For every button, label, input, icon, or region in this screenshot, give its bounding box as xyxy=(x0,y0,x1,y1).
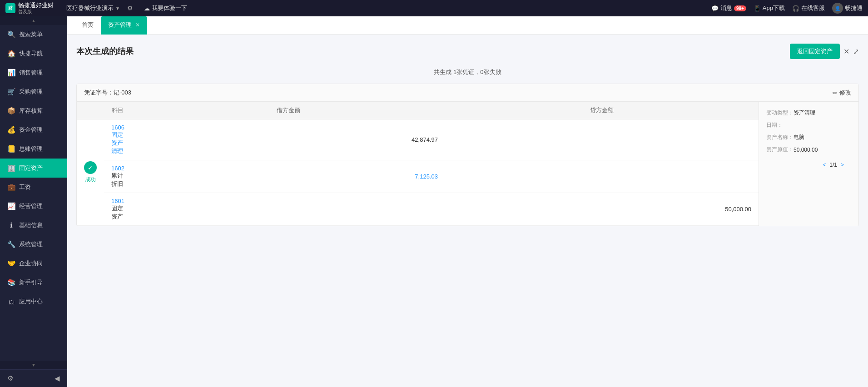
subject-code[interactable]: 1602 xyxy=(111,165,124,172)
voucher-body: 科目 借方金额 贷方金额 ✓ 成 xyxy=(77,102,858,226)
date-label: 日期： xyxy=(766,121,794,129)
page-info: 1/1 xyxy=(829,162,837,168)
user-menu[interactable]: 👤 畅捷通 xyxy=(832,3,863,14)
page-title: 本次生成的结果 xyxy=(76,46,134,57)
finance-icon: 💰 xyxy=(7,126,15,134)
avatar: 👤 xyxy=(832,3,843,14)
table-row: 1602 累计折旧 7,125.03 xyxy=(77,160,759,193)
header-left: 财 畅捷通好业财 普及版 医疗器械行业演示 ▼ ⚙ ☁ 我要体验一下 xyxy=(5,2,187,15)
tab-home[interactable]: 首页 xyxy=(74,16,101,35)
dropdown-arrow-icon: ▼ xyxy=(115,6,120,11)
summary-text: 共生成 1张凭证，0张失败 xyxy=(76,68,859,76)
sidebar-item-fixed-assets[interactable]: 🏢 固定资产 xyxy=(0,159,67,178)
main-layout: ▲ 🔍 搜索菜单 🏠 快捷导航 📊 销售管理 🛒 采购管理 📦 库存核算 xyxy=(0,16,868,387)
sales-icon: 📊 xyxy=(7,69,15,77)
credit-cell xyxy=(445,119,759,160)
voucher-side-info: 变动类型： 资产清理 日期： 资产名称： 电脑 资产原值： xyxy=(759,102,858,226)
table-col-credit: 贷方金额 xyxy=(445,102,759,119)
voucher-header: 凭证字号：记-003 ✏ 修改 xyxy=(77,84,858,102)
panel-controls: ✕ ⤢ xyxy=(843,47,859,56)
sidebar-item-finance[interactable]: 💰 资金管理 xyxy=(0,120,67,139)
sidebar-item-enterprise[interactable]: 🤝 企业协同 xyxy=(0,254,67,273)
edit-icon: ✏ xyxy=(833,89,838,96)
table-col-status xyxy=(77,102,104,119)
sidebar-item-apps[interactable]: 🗂 应用中心 xyxy=(0,292,67,311)
sidebar-item-label: 快捷导航 xyxy=(19,50,43,58)
company-name: 医疗器械行业演示 xyxy=(66,4,114,12)
enterprise-icon: 🤝 xyxy=(7,259,15,268)
credit-cell xyxy=(445,160,759,193)
purchase-icon: 🛒 xyxy=(7,88,15,96)
sidebar-footer: ⚙ ◀ xyxy=(0,369,67,387)
app-download-button[interactable]: 📱 App下载 xyxy=(754,4,785,12)
next-page-button[interactable]: > xyxy=(841,162,844,168)
content-area: 首页 资产管理 ✕ 本次生成的结果 返回固定资产 ✕ ⤢ xyxy=(67,16,868,387)
sidebar: ▲ 🔍 搜索菜单 🏠 快捷导航 📊 销售管理 🛒 采购管理 📦 库存核算 xyxy=(0,16,67,387)
brand-version: 普及版 xyxy=(18,9,54,15)
user-name: 畅捷通 xyxy=(845,4,863,12)
asset-value-row: 资产原值： 50,000.00 xyxy=(766,146,851,154)
sidebar-item-purchase[interactable]: 🛒 采购管理 xyxy=(0,82,67,101)
tab-close-icon[interactable]: ✕ xyxy=(135,22,140,28)
asset-name-row: 资产名称： 电脑 xyxy=(766,134,851,141)
apps-icon: 🗂 xyxy=(7,298,15,306)
sidebar-item-payroll[interactable]: 💼 工资 xyxy=(0,178,67,197)
sidebar-item-label: 工资 xyxy=(19,183,31,191)
operations-icon: 📈 xyxy=(7,202,15,210)
change-type-value: 资产清理 xyxy=(794,109,815,117)
brand-name: 畅捷通好业财 xyxy=(18,2,54,9)
brand-logo: 财 畅捷通好业财 普及版 xyxy=(5,2,54,15)
phone-icon: 📱 xyxy=(754,5,761,12)
table-row: ✓ 成功 1606 固定资产清理 42,874.97 xyxy=(77,119,759,160)
sidebar-item-label: 企业协同 xyxy=(19,259,43,268)
expand-panel-icon[interactable]: ⤢ xyxy=(853,47,859,56)
sidebar-item-label: 资金管理 xyxy=(19,126,43,134)
sidebar-item-label: 基础信息 xyxy=(19,221,43,229)
table-col-subject: 科目 xyxy=(104,102,132,119)
footer-collapse-icon[interactable]: ◀ xyxy=(55,374,60,382)
scroll-up-icon[interactable]: ▲ xyxy=(31,18,36,23)
tab-bar: 首页 资产管理 ✕ xyxy=(67,16,868,35)
company-selector[interactable]: 医疗器械行业演示 ▼ xyxy=(66,4,120,12)
table-col-debit: 借方金额 xyxy=(132,102,445,119)
subject-code[interactable]: 1606 xyxy=(111,124,124,131)
sidebar-item-quick-nav[interactable]: 🏠 快捷导航 xyxy=(0,44,67,63)
messages-button[interactable]: 💬 消息 99+ xyxy=(711,4,746,12)
sidebar-item-system[interactable]: 🔧 系统管理 xyxy=(0,235,67,254)
settings-icon[interactable]: ⚙ xyxy=(127,5,133,12)
experience-button[interactable]: ☁ 我要体验一下 xyxy=(144,4,187,12)
sidebar-item-search[interactable]: 🔍 搜索菜单 xyxy=(0,25,67,44)
sidebar-item-guide[interactable]: 📚 新手引导 xyxy=(0,273,67,292)
date-row: 日期： xyxy=(766,121,851,129)
asset-name-value: 电脑 xyxy=(794,134,804,141)
sidebar-item-label: 总账管理 xyxy=(19,145,43,153)
edit-button[interactable]: ✏ 修改 xyxy=(833,89,851,97)
sidebar-item-label: 经营管理 xyxy=(19,202,43,210)
sidebar-item-ledger[interactable]: 📒 总账管理 xyxy=(0,139,67,159)
footer-settings-icon[interactable]: ⚙ xyxy=(7,374,13,382)
prev-page-button[interactable]: < xyxy=(823,162,826,168)
top-header: 财 畅捷通好业财 普及版 医疗器械行业演示 ▼ ⚙ ☁ 我要体验一下 💬 消息 … xyxy=(0,0,868,16)
subject-name: 固定资产 xyxy=(111,205,123,220)
sidebar-item-sales[interactable]: 📊 销售管理 xyxy=(0,63,67,82)
tab-asset-mgmt[interactable]: 资产管理 ✕ xyxy=(101,16,147,35)
page-content: 本次生成的结果 返回固定资产 ✕ ⤢ 共生成 1张凭证，0张失败 凭证字号：记-… xyxy=(67,35,868,387)
voucher-number: 凭证字号：记-003 xyxy=(84,89,131,97)
sidebar-item-label: 搜索菜单 xyxy=(19,30,43,39)
debit-cell xyxy=(132,193,445,226)
close-panel-icon[interactable]: ✕ xyxy=(843,47,849,56)
subject-name: 固定资产清理 xyxy=(111,131,123,154)
sidebar-item-basic-info[interactable]: ℹ 基础信息 xyxy=(0,216,67,235)
home-icon: 🏠 xyxy=(7,50,15,58)
sidebar-item-operations[interactable]: 📈 经营管理 xyxy=(0,197,67,216)
voucher-card: 凭证字号：记-003 ✏ 修改 科目 借方金额 xyxy=(76,84,859,226)
sidebar-item-inventory[interactable]: 📦 库存核算 xyxy=(0,101,67,120)
sidebar-item-label: 应用中心 xyxy=(19,298,43,306)
return-button[interactable]: 返回固定资产 xyxy=(790,44,840,59)
online-service-button[interactable]: 🎧 在线客服 xyxy=(792,4,825,12)
success-icon: ✓ xyxy=(84,161,97,174)
subject-code[interactable]: 1601 xyxy=(111,198,124,204)
result-header: 本次生成的结果 返回固定资产 ✕ ⤢ xyxy=(76,44,859,59)
scroll-down-icon[interactable]: ▼ xyxy=(31,362,36,367)
message-icon: 💬 xyxy=(711,5,719,12)
